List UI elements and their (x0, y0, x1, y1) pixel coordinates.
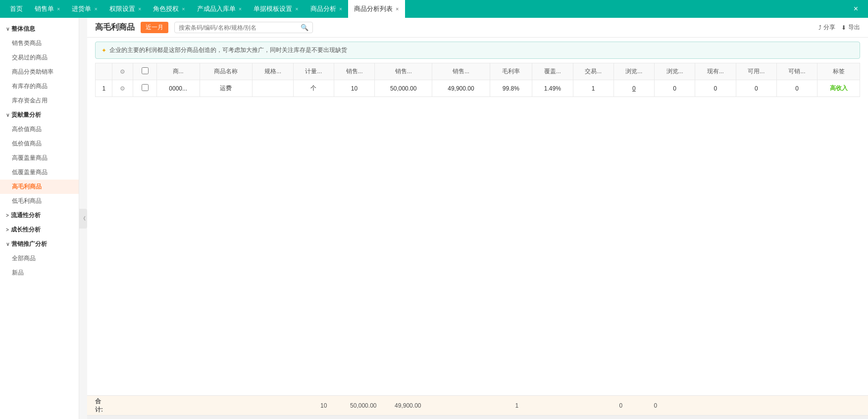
col-header-view1[interactable]: 浏览... (613, 63, 654, 80)
footer-label: 合计: (95, 397, 108, 414)
sidebar-item-高覆盖量商品[interactable]: 高覆盖量商品 (0, 151, 79, 165)
sidebar-item-低覆盖量商品[interactable]: 低覆盖量商品 (0, 165, 79, 180)
settings-icon[interactable]: ⚙ (120, 68, 125, 75)
link-view1[interactable]: 0 (632, 85, 636, 92)
col-header-seq (96, 63, 112, 80)
group-arrow: ∨ (6, 241, 9, 247)
sidebar-group-整体信息[interactable]: ∨整体信息 (0, 22, 79, 36)
sidebar-item-库存资金占用[interactable]: 库存资金占用 (0, 93, 79, 108)
bottom-scrollbar[interactable] (87, 415, 868, 419)
nav-item-角色授权[interactable]: 角色授权× (147, 0, 191, 18)
content-header: 高毛利商品 近一月 🔍 ⤴ 分享 ⬇ 导出 (87, 18, 868, 38)
cell-sales_amount: 50,000.00 (375, 80, 432, 97)
nav-close-角色授权[interactable]: × (182, 6, 185, 12)
sidebar-group-贡献量分析[interactable]: ∨贡献量分析 (0, 108, 79, 122)
cell-transaction: 1 (573, 80, 613, 97)
sidebar-item-交易过的商品[interactable]: 交易过的商品 (0, 50, 79, 65)
col-header-gross_margin[interactable]: 毛利率 (490, 63, 532, 80)
col-header-sellable_stock[interactable]: 可销... (776, 63, 817, 80)
col-header-available_stock[interactable]: 可用... (736, 63, 776, 80)
nav-item-销售单[interactable]: 销售单× (29, 0, 66, 18)
search-icon[interactable]: 🔍 (301, 24, 308, 31)
export-icon: ⬇ (841, 24, 846, 31)
content-area: 高毛利商品 近一月 🔍 ⤴ 分享 ⬇ 导出 (87, 18, 868, 419)
col-header-sales_qty[interactable]: 销售... (334, 63, 374, 80)
sidebar-item-商品分类助销率[interactable]: 商品分类助销率 (0, 65, 79, 79)
col-header-sales_amount[interactable]: 销售... (375, 63, 432, 80)
cell-gross_margin: 99.8% (490, 80, 532, 97)
footer-cell: 50,000.00 (341, 402, 386, 409)
nav-item-单据模板设置[interactable]: 单据模板设置× (248, 0, 304, 18)
sidebar-collapse-button[interactable]: 《 (79, 209, 87, 229)
nav-item-商品分析列表[interactable]: 商品分析列表× (348, 0, 405, 18)
footer-summary: 合计: 1050,000.0049,900.00100 (87, 395, 868, 415)
nav-item-进货单[interactable]: 进货单× (66, 0, 103, 18)
cell-name: 运费 (200, 80, 253, 97)
row-checkbox[interactable] (142, 84, 149, 91)
cell-settings[interactable]: ⚙ (112, 80, 133, 97)
sidebar-group-营销推广分析[interactable]: ∨营销推广分析 (0, 237, 79, 251)
cell-sales_profit: 49,900.00 (432, 80, 490, 97)
cell-view2: 0 (655, 80, 695, 97)
nav-item-商品分析[interactable]: 商品分析× (305, 0, 348, 18)
cell-available_stock: 0 (736, 80, 776, 97)
cell-sales_qty: 10 (334, 80, 374, 97)
sidebar: ∨整体信息销售类商品交易过的商品商品分类助销率有库存的商品库存资金占用∨贡献量分… (0, 18, 79, 419)
col-header-settings: ⚙ (112, 63, 133, 80)
sidebar-group-流通性分析[interactable]: >流通性分析 (0, 208, 79, 223)
table-row: 1⚙0000...运费个1050,000.0049,900.0099.8%1.4… (96, 80, 860, 97)
header-actions: ⤴ 分享 ⬇ 导出 (818, 23, 860, 32)
nav-close-单据模板设置[interactable]: × (295, 6, 298, 12)
footer-cell: 0 (638, 402, 673, 409)
nav-item-权限设置[interactable]: 权限设置× (103, 0, 147, 18)
sidebar-item-销售类商品[interactable]: 销售类商品 (0, 36, 79, 50)
col-header-sales_profit[interactable]: 销售... (432, 63, 490, 80)
top-navigation: 首页销售单×进货单×权限设置×角色授权×产成品入库单×单据模板设置×商品分析×商… (0, 0, 868, 18)
sidebar-item-全部商品[interactable]: 全部商品 (0, 251, 79, 266)
group-arrow: ∨ (6, 112, 9, 118)
col-header-tag[interactable]: 标签 (817, 63, 860, 80)
cell-view1[interactable]: 0 (613, 80, 654, 97)
footer-cell: 49,900.00 (386, 402, 430, 409)
sidebar-item-新品[interactable]: 新品 (0, 266, 79, 280)
nav-close-销售单[interactable]: × (57, 6, 60, 12)
search-box: 🔍 (174, 22, 313, 33)
window-close-button[interactable]: × (848, 4, 864, 13)
sidebar-item-有库存的商品[interactable]: 有库存的商品 (0, 79, 79, 93)
info-icon: ✦ (102, 47, 106, 54)
sidebar-group-成长性分析[interactable]: >成长性分析 (0, 223, 79, 237)
table-container: ⚙商...商品名称规格...计量...销售...销售...销售...毛利率覆盖.… (87, 63, 868, 395)
group-arrow: > (6, 213, 9, 218)
col-header-transaction[interactable]: 交易... (573, 63, 613, 80)
row-settings-icon[interactable]: ⚙ (120, 85, 125, 92)
col-header-name[interactable]: 商品名称 (200, 63, 253, 80)
nav-item-产成品入库单[interactable]: 产成品入库单× (191, 0, 248, 18)
nav-close-进货单[interactable]: × (94, 6, 97, 12)
col-header-view2[interactable]: 浏览... (655, 63, 695, 80)
search-input[interactable] (179, 24, 299, 31)
cell-checkbox[interactable] (133, 80, 156, 97)
nav-close-产成品入库单[interactable]: × (239, 6, 242, 12)
export-button[interactable]: ⬇ 导出 (841, 23, 860, 32)
share-button[interactable]: ⤴ 分享 (818, 23, 835, 32)
col-header-current_stock[interactable]: 现有... (695, 63, 736, 80)
nav-close-权限设置[interactable]: × (138, 6, 141, 12)
cell-code: 0000... (156, 80, 200, 97)
sidebar-item-高毛利商品[interactable]: 高毛利商品 (0, 180, 79, 194)
info-banner: ✦ 企业的主要的利润都是这部分商品创造的，可考虑加大推广，同时关注库存是不要出现… (95, 42, 860, 59)
sidebar-item-高价值商品[interactable]: 高价值商品 (0, 122, 79, 137)
nav-item-首页[interactable]: 首页 (4, 0, 29, 18)
col-header-spec[interactable]: 规格... (253, 63, 293, 80)
nav-close-商品分析列表[interactable]: × (396, 6, 399, 12)
time-filter-button[interactable]: 近一月 (141, 22, 168, 33)
select-all-checkbox[interactable] (142, 67, 149, 74)
share-icon: ⤴ (818, 24, 821, 31)
col-header-code[interactable]: 商... (156, 63, 200, 80)
cell-coverage: 1.49% (532, 80, 573, 97)
col-header-unit[interactable]: 计量... (293, 63, 334, 80)
col-header-coverage[interactable]: 覆盖... (532, 63, 573, 80)
nav-close-商品分析[interactable]: × (339, 6, 342, 12)
col-header-checkbox (133, 63, 156, 80)
sidebar-item-低价值商品[interactable]: 低价值商品 (0, 137, 79, 151)
sidebar-item-低毛利商品[interactable]: 低毛利商品 (0, 194, 79, 208)
